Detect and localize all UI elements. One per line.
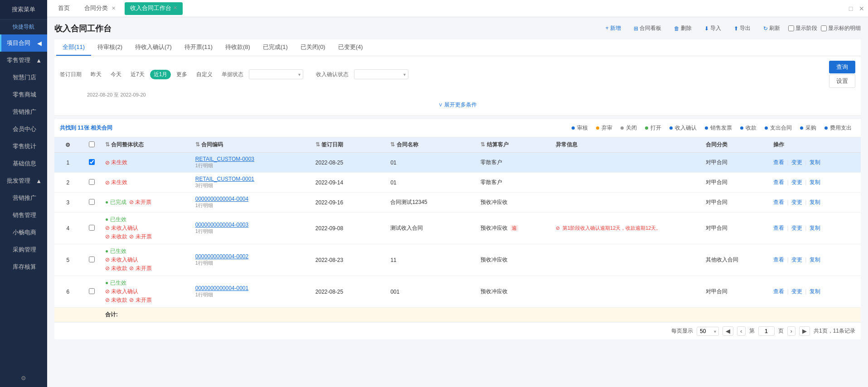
- row-4-checkbox[interactable]: [89, 225, 95, 231]
- sidebar-item-xiaochang[interactable]: 小畅电商: [0, 224, 47, 241]
- edit-btn-3[interactable]: 变更: [791, 199, 802, 205]
- edit-btn-6[interactable]: 变更: [791, 288, 802, 295]
- sidebar-item-retail-mgmt[interactable]: 零售管理 ▲: [0, 52, 47, 69]
- view-btn[interactable]: 查看: [773, 159, 784, 165]
- date-btn-today[interactable]: 今天: [107, 70, 125, 79]
- sidebar-search[interactable]: 搜索菜单: [0, 0, 47, 19]
- th-error[interactable]: 异常信息: [553, 137, 703, 153]
- search-button[interactable]: 查询: [829, 61, 855, 73]
- window-maximize[interactable]: □: [849, 5, 853, 12]
- last-page-btn[interactable]: ▶: [799, 326, 810, 336]
- refresh-button[interactable]: ↻ 刷新: [759, 23, 785, 34]
- import-button[interactable]: ⬇ 导入: [700, 23, 726, 34]
- sidebar-item-smart-store[interactable]: 智慧门店: [0, 69, 47, 86]
- sidebar-item-sales-mgmt[interactable]: 销售管理: [0, 207, 47, 224]
- toolbar-out-contract[interactable]: 支出合同: [761, 123, 795, 133]
- settings-icon[interactable]: ⚙: [65, 142, 70, 148]
- sidebar-item-wholesale[interactable]: 批发管理 ▲: [0, 172, 47, 189]
- edit-btn-5[interactable]: 变更: [791, 256, 802, 263]
- toolbar-abandon[interactable]: 弃审: [592, 123, 616, 133]
- expand-conditions-btn[interactable]: ∨ 展开更多条件: [60, 101, 855, 109]
- row-2-checkbox[interactable]: [89, 179, 95, 185]
- filter-tab-closed[interactable]: 已关闭(0): [294, 39, 332, 56]
- date-btn-more[interactable]: 更多: [173, 70, 191, 79]
- view-btn-5[interactable]: 查看: [773, 256, 784, 263]
- sidebar-item-member[interactable]: 会员中心: [0, 121, 47, 138]
- filter-tab-pending-invoice[interactable]: 待开票(11): [178, 39, 219, 56]
- toolbar-expense-out[interactable]: 费用支出: [821, 123, 855, 133]
- tab-home[interactable]: 首页: [51, 0, 77, 17]
- contract-link-6[interactable]: 0000000000004-0001: [195, 285, 248, 291]
- row-1-checkbox[interactable]: [89, 159, 95, 165]
- filter-tab-pending-income[interactable]: 待收入确认(7): [129, 39, 178, 56]
- setting-button[interactable]: 设置: [829, 74, 855, 88]
- sidebar-quick-nav[interactable]: 快捷导航: [0, 19, 47, 34]
- tab-income-workbench-close[interactable]: ✕: [173, 5, 177, 11]
- income-status-select[interactable]: [354, 69, 408, 79]
- th-type[interactable]: 合同分类: [703, 137, 771, 153]
- copy-btn[interactable]: 复制: [810, 159, 820, 165]
- contract-link[interactable]: RETAIL_CUSTOM-0003: [195, 156, 254, 162]
- sidebar-item-basic-info[interactable]: 基础信息: [0, 155, 47, 172]
- filter-tab-completed[interactable]: 已完成(1): [257, 39, 294, 56]
- show-field-checkbox[interactable]: [788, 25, 794, 31]
- date-btn-last1m[interactable]: 近1月: [150, 70, 171, 79]
- filter-tab-changed[interactable]: 已变更(4): [332, 39, 369, 56]
- sidebar-item-purchase[interactable]: 采购管理: [0, 241, 47, 258]
- copy-btn-3[interactable]: 复制: [810, 199, 820, 205]
- filter-tab-pending-receipt[interactable]: 待收款(8): [219, 39, 257, 56]
- copy-btn-6[interactable]: 复制: [810, 288, 820, 295]
- sidebar-item-marketing[interactable]: 营销推广: [0, 103, 47, 121]
- edit-btn[interactable]: 变更: [791, 159, 802, 165]
- toolbar-receipt[interactable]: 收款: [737, 123, 760, 133]
- contract-link-3[interactable]: 0000000000004-0004: [195, 196, 248, 202]
- new-button[interactable]: + 新增: [601, 23, 626, 34]
- copy-btn-2[interactable]: 复制: [810, 179, 820, 185]
- select-all-checkbox[interactable]: [89, 141, 95, 147]
- doc-status-select[interactable]: [249, 69, 303, 79]
- th-customer[interactable]: ⇅ 结算客户: [478, 137, 553, 153]
- contract-link-4[interactable]: 0000000000004-0003: [195, 222, 248, 228]
- th-contract-code[interactable]: ⇅ 合同编码: [193, 137, 313, 153]
- tab-contract-cat[interactable]: 合同分类 ✕: [77, 0, 123, 17]
- contract-link-2[interactable]: RETAIL_CUSTOM-0001: [195, 176, 254, 182]
- kanban-button[interactable]: ⊞ 合同看板: [629, 23, 666, 34]
- copy-btn-4[interactable]: 复制: [810, 225, 820, 231]
- sidebar-item-marketing2[interactable]: 营销推广: [0, 189, 47, 207]
- sidebar-item-retail-stats[interactable]: 零售统计: [0, 138, 47, 155]
- sidebar-item-project[interactable]: 项目合同 ◀: [0, 34, 47, 52]
- row-3-checkbox[interactable]: [89, 199, 95, 205]
- row-6-checkbox[interactable]: [89, 288, 95, 294]
- toolbar-audit[interactable]: 审核: [568, 123, 592, 133]
- edit-btn-2[interactable]: 变更: [791, 179, 802, 185]
- toolbar-purchase[interactable]: 采购: [796, 123, 820, 133]
- window-close[interactable]: ✕: [859, 5, 864, 12]
- row-5-checkbox[interactable]: [89, 256, 95, 262]
- th-contract-name[interactable]: ⇅ 合同名称: [388, 137, 478, 153]
- view-btn-4[interactable]: 查看: [773, 225, 784, 231]
- show-detail-checkbox[interactable]: [821, 25, 827, 31]
- view-btn-2[interactable]: 查看: [773, 179, 784, 185]
- tab-contract-cat-close[interactable]: ✕: [112, 5, 116, 11]
- th-contract-status[interactable]: ⇅ 合同整体状态: [102, 137, 193, 153]
- toolbar-income-confirm[interactable]: 收入确认: [666, 123, 700, 133]
- edit-btn-4[interactable]: 变更: [791, 225, 802, 231]
- date-btn-custom[interactable]: 自定义: [193, 70, 216, 79]
- export-button[interactable]: ⬆ 导出: [729, 23, 755, 34]
- delete-button[interactable]: 🗑 删除: [669, 23, 696, 34]
- filter-tab-pending-review[interactable]: 待审核(2): [91, 39, 129, 56]
- page-size-select[interactable]: 50 100 200: [697, 327, 719, 336]
- toolbar-close[interactable]: 关闭: [617, 123, 640, 133]
- contract-link-5[interactable]: 0000000000004-0002: [195, 253, 248, 260]
- view-btn-3[interactable]: 查看: [773, 199, 784, 205]
- page-input[interactable]: [758, 326, 775, 336]
- copy-btn-5[interactable]: 复制: [810, 256, 820, 263]
- sidebar-item-inventory[interactable]: 库存核算: [0, 258, 47, 276]
- toolbar-sales-invoice[interactable]: 销售发票: [701, 123, 736, 133]
- sidebar-item-retail-commerce[interactable]: 零售商城: [0, 86, 47, 103]
- view-btn-6[interactable]: 查看: [773, 288, 784, 295]
- tab-income-workbench[interactable]: 收入合同工作台 ✕: [125, 2, 183, 15]
- first-page-btn[interactable]: ◀: [723, 326, 733, 336]
- show-detail-checkbox-label[interactable]: 显示标的明细: [821, 24, 861, 32]
- next-page-btn[interactable]: ›: [787, 326, 795, 336]
